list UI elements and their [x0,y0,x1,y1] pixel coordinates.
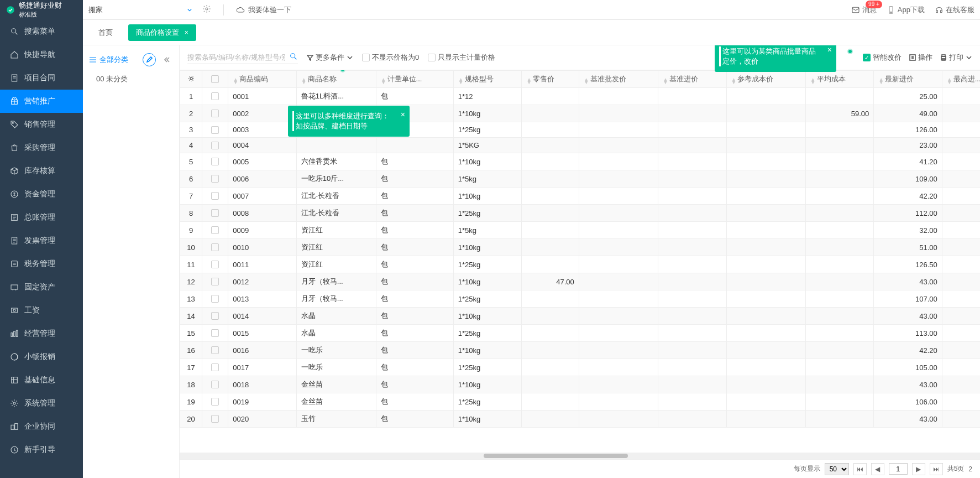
cell-retail[interactable] [522,170,579,188]
cell-inbase[interactable] [658,88,726,105]
table-row[interactable]: 150015水晶包1*25kg113.00 [180,325,981,342]
cell-refcost[interactable] [726,290,805,308]
cell-inbase[interactable] [658,170,726,188]
row-checkbox[interactable] [211,398,219,406]
cell-refcost[interactable] [726,188,805,205]
cell-highest[interactable] [942,411,980,428]
cell-refcost[interactable] [726,170,805,188]
cell-wholesale[interactable] [579,153,658,170]
pager-last-button[interactable]: ⏭ [930,463,943,475]
cell-latest[interactable]: 112.00 [874,205,942,222]
cell-refcost[interactable] [726,239,805,256]
table-row[interactable]: 70007江北-长粒香包1*10kg42.20 [180,188,981,205]
cell-highest[interactable] [942,273,980,290]
search-box[interactable] [187,51,298,64]
pager-prev-button[interactable]: ◀ [871,463,884,475]
row-checkbox[interactable] [211,381,219,388]
cell-refcost[interactable] [726,273,805,290]
table-row[interactable]: 10001鲁花1L料酒...包1*1225.00 [180,88,981,105]
row-checkbox[interactable] [211,192,219,200]
cell-latest[interactable]: 43.00 [874,411,942,428]
cell-highest[interactable] [942,359,980,376]
cell-avgcost[interactable]: 59.00 [805,105,873,122]
cell-retail[interactable] [522,342,579,359]
cell-inbase[interactable] [658,393,726,411]
cell-avgcost[interactable] [805,88,873,105]
cell-avgcost[interactable] [805,273,873,290]
cell-latest[interactable]: 51.00 [874,239,942,256]
row-checkbox[interactable] [211,175,219,183]
cell-latest[interactable]: 109.00 [874,170,942,188]
category-collapse-button[interactable] [161,54,172,65]
cell-retail[interactable] [522,239,579,256]
cell-highest[interactable] [942,138,980,153]
cell-latest[interactable]: 23.00 [874,138,942,153]
cell-avgcost[interactable] [805,239,873,256]
cell-inbase[interactable] [658,188,726,205]
sidebar-item-money[interactable]: 资金管理 [0,183,83,206]
row-checkbox[interactable] [211,295,219,303]
horizontal-scrollbar[interactable] [180,453,980,459]
cell-refcost[interactable] [726,342,805,359]
column-header[interactable]: ▲▼最高进... [942,71,980,88]
cell-inbase[interactable] [658,376,726,393]
table-row[interactable]: 180018金丝苗包1*10kg43.00 [180,376,981,393]
cell-refcost[interactable] [726,256,805,273]
cell-inbase[interactable] [658,325,726,342]
row-checkbox[interactable] [211,278,219,285]
cell-retail[interactable] [522,325,579,342]
cell-retail[interactable] [522,222,579,239]
cell-refcost[interactable] [726,122,805,138]
sidebar-item-search[interactable]: 搜索菜单 [0,20,83,43]
workspace-dropdown[interactable]: 搬家 [88,5,192,15]
cell-refcost[interactable] [726,138,805,153]
row-checkbox[interactable] [211,329,219,337]
row-checkbox[interactable] [211,92,219,100]
table-row[interactable]: 120012月牙（牧马...包1*10kg47.0043.00 [180,273,981,290]
cell-wholesale[interactable] [579,308,658,325]
tooltip-close-button[interactable]: × [827,45,832,54]
row-checkbox[interactable] [211,261,219,268]
column-header[interactable] [180,71,202,88]
cell-highest[interactable] [942,239,980,256]
table-row[interactable]: 50005六佳香贡米包1*10kg41.20 [180,153,981,170]
table-row[interactable]: 200020玉竹包1*10kg43.00 [180,411,981,428]
try-experience-button[interactable]: 我要体验一下 [236,5,291,15]
cell-latest[interactable]: 126.50 [874,256,942,273]
search-input[interactable] [187,53,286,61]
tab-price-settings[interactable]: 商品价格设置 × [128,24,196,41]
cell-avgcost[interactable] [805,411,873,428]
cell-wholesale[interactable] [579,105,658,122]
sidebar-item-guide[interactable]: 新手引导 [0,438,83,461]
cell-retail[interactable] [522,256,579,273]
cell-avgcost[interactable] [805,290,873,308]
column-header[interactable]: ▲▼基准进价 [658,71,726,88]
row-checkbox[interactable] [211,158,219,165]
operations-button[interactable]: 操作 [909,53,932,63]
category-item-unclassified[interactable]: 00 未分类 [83,69,179,90]
cell-wholesale[interactable] [579,239,658,256]
row-checkbox[interactable] [211,142,219,149]
scrollbar-thumb[interactable] [484,454,628,458]
cell-retail[interactable] [522,105,579,122]
cell-highest[interactable] [942,122,980,138]
cell-avgcost[interactable] [805,138,873,153]
row-checkbox[interactable] [211,209,219,217]
cell-highest[interactable] [942,153,980,170]
cell-inbase[interactable] [658,239,726,256]
cell-retail[interactable] [522,308,579,325]
cell-highest[interactable] [942,105,980,122]
sidebar-item-report[interactable]: 小畅报销 [0,345,83,368]
column-header[interactable]: ▲▼参考成本价 [726,71,805,88]
product-price-grid[interactable]: 这里可以多种维度进行查询：如按品牌、建档日期等 × ▲▼商品编码▲▼商品名称▲▼… [180,70,980,453]
cell-inbase[interactable] [658,290,726,308]
smart-reprice-button[interactable]: ✓ 智能改价 [863,53,902,63]
sidebar-item-doc[interactable]: 项目合同 [0,66,83,90]
cell-inbase[interactable] [658,205,726,222]
cell-refcost[interactable] [726,205,805,222]
cell-refcost[interactable] [726,222,805,239]
sidebar-item-gift[interactable]: 营销推广 [0,90,83,113]
table-row[interactable]: 140014水晶包1*10kg43.00 [180,308,981,325]
cell-retail[interactable]: 47.00 [522,273,579,290]
sidebar-item-home[interactable]: 快捷导航 [0,43,83,66]
